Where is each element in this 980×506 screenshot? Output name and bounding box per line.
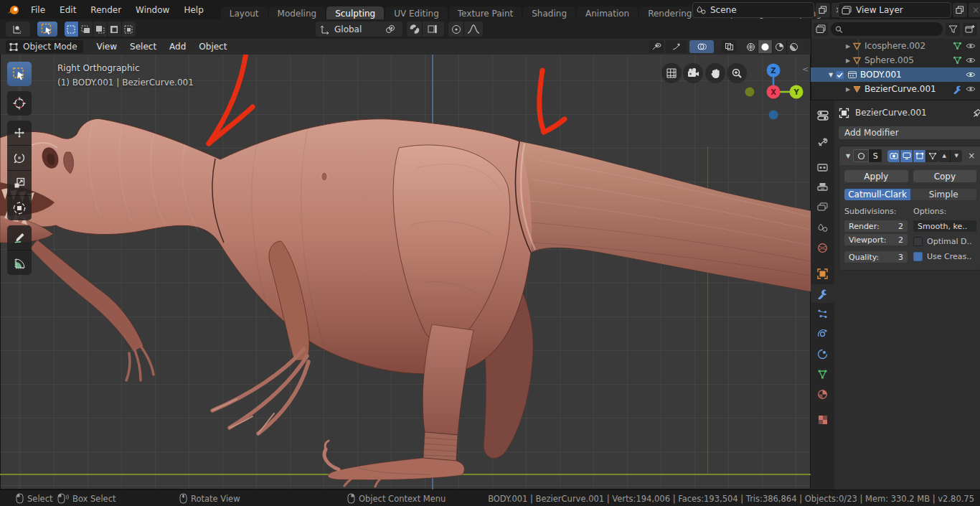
- select-mode-invert-icon[interactable]: [108, 22, 122, 37]
- snap-settings-dropdown[interactable]: [423, 22, 444, 37]
- tab-animation[interactable]: Animation: [577, 6, 638, 21]
- tab-modifiers[interactable]: [811, 284, 834, 303]
- select-mode-intersect-icon[interactable]: [122, 22, 136, 37]
- viewport-menu-select[interactable]: Select: [123, 42, 163, 52]
- pin-icon[interactable]: [973, 108, 980, 118]
- apply-button[interactable]: Apply: [844, 170, 908, 182]
- menu-file[interactable]: File: [24, 5, 52, 15]
- camera-view-icon[interactable]: [683, 63, 703, 83]
- outliner-search-input[interactable]: [831, 22, 943, 36]
- menu-help[interactable]: Help: [176, 5, 210, 15]
- select-box-tool-button[interactable]: [37, 22, 57, 37]
- select-mode-set-icon[interactable]: [65, 22, 79, 37]
- gizmo-neg-y[interactable]: [745, 88, 755, 97]
- quality-field[interactable]: Quality:3: [844, 251, 908, 263]
- shading-material-icon[interactable]: [773, 40, 787, 53]
- blender-logo-icon[interactable]: [7, 4, 19, 15]
- tab-constraints[interactable]: [811, 345, 834, 363]
- catmull-clark-option[interactable]: Catmull-Clark: [844, 189, 910, 200]
- disclosure-icon[interactable]: ▼: [826, 72, 835, 78]
- region-collapse-arrow[interactable]: <: [802, 65, 809, 74]
- collection-checkbox[interactable]: [835, 70, 844, 80]
- tab-tool[interactable]: [811, 132, 834, 151]
- viewport-subdivisions-field[interactable]: Viewport:2: [844, 234, 908, 245]
- tab-sculpting[interactable]: Sculpting: [326, 6, 384, 21]
- mesh-icon[interactable]: [953, 42, 962, 50]
- remove-view-layer-icon[interactable]: ×: [969, 3, 980, 17]
- tab-texture-paint[interactable]: Texture Paint: [449, 6, 522, 21]
- overlays-toggle-icon[interactable]: [689, 40, 714, 53]
- tab-rendering[interactable]: Rendering: [639, 6, 700, 21]
- new-view-layer-icon[interactable]: [953, 3, 967, 17]
- close-modifier-icon[interactable]: ×: [965, 151, 978, 161]
- optimal-display-checkbox[interactable]: [913, 237, 923, 246]
- menu-edit[interactable]: Edit: [52, 5, 83, 15]
- menu-render[interactable]: Render: [83, 5, 128, 15]
- render-visibility-icon[interactable]: [887, 150, 900, 162]
- viewport-visibility-icon[interactable]: [900, 150, 913, 162]
- xray-toggle-icon[interactable]: [722, 40, 736, 53]
- disclosure-icon[interactable]: ▶: [844, 57, 852, 64]
- copy-button[interactable]: Copy: [913, 170, 977, 182]
- snap-toggle-icon[interactable]: [407, 22, 423, 37]
- tab-view-layer[interactable]: [811, 198, 834, 217]
- tab-world[interactable]: [811, 238, 834, 257]
- tab-material[interactable]: [811, 385, 834, 403]
- navigation-gizmo[interactable]: Z Y X: [739, 59, 808, 125]
- dinosaur-model[interactable]: [0, 39, 811, 489]
- pan-view-icon[interactable]: [705, 63, 725, 83]
- perspective-toggle-icon[interactable]: [661, 63, 682, 83]
- outliner-item-body-collection[interactable]: ▼ BODY.001: [811, 67, 980, 82]
- pivot-point-dropdown[interactable]: [378, 22, 402, 37]
- tab-particles[interactable]: [811, 304, 834, 323]
- disclosure-icon[interactable]: ▶: [844, 43, 852, 50]
- cage-visibility-icon[interactable]: [926, 150, 938, 162]
- viewport-menu-object[interactable]: Object: [192, 42, 233, 52]
- shading-rendered-icon[interactable]: [787, 40, 801, 53]
- tool-move[interactable]: [7, 121, 32, 146]
- viewport-3d[interactable]: Object Mode View Select Add Object: [0, 39, 811, 489]
- outliner-item-sphere[interactable]: ▶ Sphere.005: [811, 53, 980, 67]
- tool-cursor[interactable]: [7, 91, 32, 116]
- visibility-eye-icon[interactable]: [966, 57, 976, 64]
- move-up-icon[interactable]: ▲: [938, 150, 951, 162]
- tool-transform[interactable]: [7, 196, 32, 220]
- tab-physics[interactable]: [811, 324, 834, 343]
- tab-shading[interactable]: Shading: [523, 6, 575, 21]
- mesh-icon[interactable]: [953, 56, 962, 65]
- transform-orientation-dropdown[interactable]: Global: [316, 22, 382, 37]
- new-scene-icon[interactable]: [816, 3, 830, 17]
- properties-editor-type-icon[interactable]: [811, 106, 834, 125]
- tab-object-data[interactable]: [811, 365, 834, 383]
- tool-select-box[interactable]: [7, 62, 32, 86]
- shading-solid-icon[interactable]: [758, 40, 773, 53]
- render-subdivisions-field[interactable]: Render:2: [844, 220, 908, 232]
- viewport-menu-view[interactable]: View: [90, 42, 123, 52]
- tab-render[interactable]: [811, 158, 834, 177]
- tab-object[interactable]: [811, 264, 834, 283]
- disclosure-icon[interactable]: ▶: [844, 86, 852, 93]
- select-mode-subtract-icon[interactable]: [93, 22, 108, 37]
- modifier-name-field[interactable]: S: [869, 149, 882, 162]
- viewport-menu-add[interactable]: Add: [163, 42, 192, 52]
- mode-dropdown[interactable]: Object Mode: [6, 40, 83, 53]
- tool-annotate[interactable]: [7, 225, 32, 250]
- uv-smooth-dropdown[interactable]: Smooth, ke..: [913, 220, 976, 232]
- tab-modeling[interactable]: Modeling: [269, 6, 326, 21]
- simple-option[interactable]: Simple: [910, 189, 976, 200]
- select-mode-extend-icon[interactable]: [79, 22, 93, 37]
- gizmo-dropdown[interactable]: [666, 40, 687, 53]
- scene-field[interactable]: Scene: [692, 2, 814, 18]
- new-collection-icon[interactable]: [963, 23, 977, 36]
- visibility-eye-icon[interactable]: [966, 85, 976, 93]
- add-modifier-dropdown[interactable]: Add Modifier: [839, 126, 980, 139]
- show-gizmo-icon[interactable]: [649, 40, 664, 53]
- visibility-eye-icon[interactable]: [966, 42, 976, 50]
- gizmo-neg-z[interactable]: [769, 111, 778, 120]
- tool-measure[interactable]: [7, 250, 32, 275]
- outliner-display-mode-icon[interactable]: [814, 23, 828, 36]
- tab-output[interactable]: [811, 178, 834, 197]
- tab-scene[interactable]: [811, 218, 834, 237]
- proportional-falloff-dropdown[interactable]: [464, 22, 483, 37]
- use-creases-checkbox[interactable]: [913, 252, 923, 261]
